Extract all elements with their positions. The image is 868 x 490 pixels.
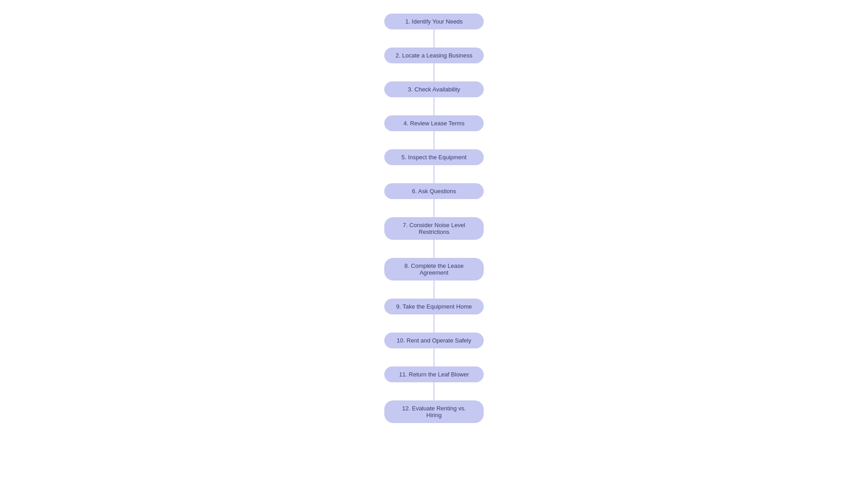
connector-10 — [434, 348, 434, 366]
node-12: 12. Evaluate Renting vs. Hiring — [384, 400, 484, 423]
node-3: 3. Check Availability — [384, 81, 484, 97]
connector-11 — [434, 382, 434, 400]
node-8: 8. Complete the Lease Agreement — [384, 258, 484, 281]
node-6: 6. Ask Questions — [384, 183, 484, 199]
node-1: 1. Identify Your Needs — [384, 14, 484, 29]
connector-1 — [434, 29, 434, 48]
connector-4 — [434, 131, 434, 149]
connector-7 — [434, 240, 434, 258]
node-5: 5. Inspect the Equipment — [384, 149, 484, 165]
node-10: 10. Rent and Operate Safely — [384, 333, 484, 348]
flowchart: 1. Identify Your Needs2. Locate a Leasin… — [366, 14, 502, 423]
connector-3 — [434, 97, 434, 115]
connector-9 — [434, 314, 434, 333]
node-11: 11. Return the Leaf Blower — [384, 366, 484, 382]
node-2: 2. Locate a Leasing Business — [384, 48, 484, 63]
node-4: 4. Review Lease Terms — [384, 115, 484, 131]
connector-5 — [434, 165, 434, 183]
node-9: 9. Take the Equipment Home — [384, 299, 484, 314]
connector-6 — [434, 199, 434, 217]
connector-2 — [434, 63, 434, 81]
connector-8 — [434, 281, 434, 299]
node-7: 7. Consider Noise Level Restrictions — [384, 217, 484, 240]
